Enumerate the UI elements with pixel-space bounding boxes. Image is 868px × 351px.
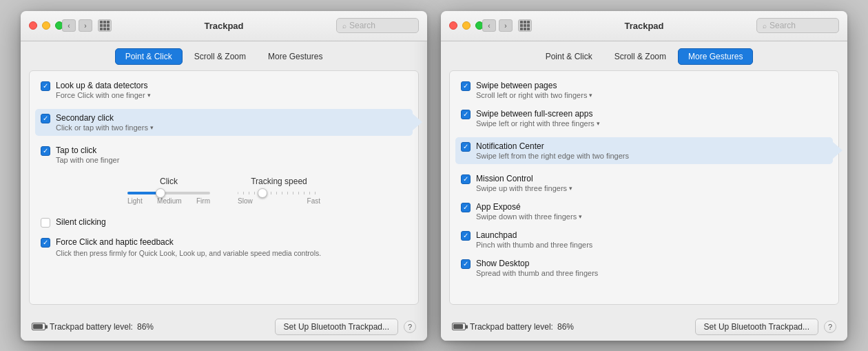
tracking-speed-thumb[interactable] — [258, 188, 267, 198]
setting-subtitle-show-desktop: Spread with thumb and three fingers — [476, 269, 827, 277]
checkbox-mission-control[interactable]: ✓ — [461, 174, 471, 184]
setting-title-show-desktop: Show Desktop — [476, 259, 827, 268]
window-title-right: Trackpad — [624, 21, 663, 31]
checkbox-tap-click[interactable]: ✓ — [41, 146, 50, 156]
window-controls-right — [449, 21, 484, 30]
titlebar-left: ‹ › Trackpad ⌕ Search — [21, 11, 427, 41]
checkbox-silent[interactable] — [41, 218, 50, 228]
setting-title-notification-center: Notification Center — [476, 141, 827, 151]
tracking-speed-labels: Slow Fast — [238, 197, 320, 205]
setting-title-silent: Silent clicking — [56, 217, 407, 227]
check-mark: ✓ — [43, 83, 48, 90]
setup-button-right[interactable]: Set Up Bluetooth Trackpad... — [695, 319, 818, 335]
tab-scroll-zoom-left[interactable]: Scroll & Zoom — [184, 48, 256, 65]
tabs-bar-left: Point & Click Scroll & Zoom More Gesture… — [21, 41, 427, 70]
window-right: ‹ › Trackpad ⌕ Search Point & Click Scro… — [441, 11, 847, 341]
back-button-left[interactable]: ‹ — [62, 19, 76, 32]
check-mark-3: ✓ — [43, 148, 48, 154]
setting-text-mission-control: Mission Control Swipe up with three fing… — [476, 174, 827, 192]
highlight-arrow-left — [413, 114, 422, 130]
battery-icon-right — [452, 323, 466, 330]
setting-row-silent: Silent clicking — [41, 217, 407, 228]
tab-more-gestures-left[interactable]: More Gestures — [258, 48, 333, 65]
tabs-bar-right: Point & Click Scroll & Zoom More Gesture… — [441, 41, 847, 70]
search-placeholder-right: Search — [769, 21, 796, 30]
checkbox-app-expose[interactable]: ✓ — [461, 203, 471, 212]
setting-subtitle-force-click: Click then press firmly for Quick Look, … — [56, 248, 407, 259]
click-slider-group: Click Light Medium Firm — [127, 177, 210, 205]
tab-more-gestures-right[interactable]: More Gestures — [678, 48, 753, 65]
window-controls-left — [29, 21, 63, 30]
setting-title-app-expose: App Exposé — [476, 202, 827, 212]
dropdown-arrow-swipe-pages: ▾ — [589, 92, 592, 99]
footer-right: Trackpad battery level: 86% Set Up Bluet… — [441, 313, 847, 341]
setting-subtitle-notification-center: Swipe left from the right edge with two … — [476, 152, 827, 160]
battery-icon-left — [32, 323, 45, 330]
search-box-right[interactable]: ⌕ Search — [756, 18, 839, 33]
checkbox-secondary-click[interactable]: ✓ — [41, 114, 50, 123]
tracking-speed-track[interactable] — [238, 192, 320, 194]
setting-subtitle-secondary-click: Click or tap with two fingers ▾ — [56, 123, 407, 132]
checkbox-notification-center[interactable]: ✓ — [461, 142, 471, 152]
close-button-right[interactable] — [449, 21, 457, 30]
tab-point-click-right[interactable]: Point & Click — [535, 48, 603, 65]
setting-title-tap-click: Tap to click — [56, 146, 407, 155]
checkbox-force-click[interactable]: ✓ — [41, 238, 50, 248]
battery-label-left: Trackpad battery level: — [50, 322, 133, 332]
close-button-left[interactable] — [29, 21, 37, 30]
click-slider-thumb[interactable] — [156, 188, 165, 198]
slider-section: Click Light Medium Firm Tracking speed — [41, 177, 407, 205]
checkbox-swipe-pages[interactable]: ✓ — [461, 81, 471, 91]
battery-info-right: Trackpad battery level: 86% — [452, 322, 574, 332]
minimize-button-left[interactable] — [42, 21, 50, 30]
back-button-right[interactable]: ‹ — [482, 19, 496, 32]
window-left: ‹ › Trackpad ⌕ Search Point & Click Scro… — [21, 11, 427, 341]
forward-button-right[interactable]: › — [499, 19, 513, 32]
setting-text-swipe-pages: Swipe between pages Scroll left or right… — [476, 81, 827, 99]
help-button-left[interactable]: ? — [404, 321, 416, 333]
setup-button-left[interactable]: Set Up Bluetooth Trackpad... — [275, 319, 398, 335]
highlight-arrow-right — [833, 142, 843, 159]
setting-title-mission-control: Mission Control — [476, 174, 827, 183]
help-button-right[interactable]: ? — [824, 321, 836, 333]
setting-title-swipe-fullscreen: Swipe between full-screen apps — [476, 109, 827, 119]
setting-text-look-up: Look up & data detectors Force Click wit… — [56, 81, 407, 99]
forward-button-left[interactable]: › — [79, 19, 92, 32]
battery-info-left: Trackpad battery level: 86% — [32, 322, 154, 332]
check-mark-4: ✓ — [43, 239, 48, 246]
checkbox-launchpad[interactable]: ✓ — [461, 231, 471, 241]
setting-title-look-up: Look up & data detectors — [56, 81, 407, 90]
setting-text-launchpad: Launchpad Pinch with thumb and three fin… — [476, 230, 827, 249]
checkbox-look-up[interactable]: ✓ — [41, 81, 50, 91]
minimize-button-right[interactable] — [462, 21, 471, 30]
nav-buttons-left: ‹ › — [62, 19, 112, 32]
grid-button-left[interactable] — [98, 19, 112, 32]
footer-right-left: Set Up Bluetooth Trackpad... ? — [275, 319, 416, 335]
window-title-left: Trackpad — [204, 21, 243, 31]
setting-subtitle-mission-control: Swipe up with three fingers ▾ — [476, 184, 827, 192]
setting-row-swipe-pages: ✓ Swipe between pages Scroll left or rig… — [461, 81, 827, 99]
battery-percent-right: 86% — [557, 322, 574, 332]
search-icon-left: ⌕ — [342, 22, 347, 30]
grid-button-right[interactable] — [518, 19, 532, 32]
dropdown-arrow-expose: ▾ — [579, 213, 582, 220]
setting-subtitle-tap-click: Tap with one finger — [56, 156, 407, 164]
checkbox-show-desktop[interactable]: ✓ — [461, 259, 471, 269]
setting-row-force-click: ✓ Force Click and haptic feedback Click … — [41, 237, 407, 259]
tab-point-click-left[interactable]: Point & Click — [115, 48, 183, 65]
click-slider-track[interactable] — [127, 192, 210, 194]
setting-text-swipe-fullscreen: Swipe between full-screen apps Swipe lef… — [476, 109, 827, 128]
search-box-left[interactable]: ⌕ Search — [336, 18, 419, 33]
setting-subtitle-launchpad: Pinch with thumb and three fingers — [476, 241, 827, 249]
setting-text-force-click: Force Click and haptic feedback Click th… — [56, 237, 407, 259]
battery-label-right: Trackpad battery level: — [470, 322, 553, 332]
setting-text-tap-click: Tap to click Tap with one finger — [56, 146, 407, 164]
nav-buttons-right: ‹ › — [482, 19, 532, 32]
check-mark-2: ✓ — [43, 115, 48, 122]
tracking-speed-slider-group: Tracking speed Slow Fast — [238, 177, 320, 205]
checkbox-swipe-fullscreen[interactable]: ✓ — [461, 110, 471, 119]
battery-percent-left: 86% — [137, 322, 154, 332]
tab-scroll-zoom-right[interactable]: Scroll & Zoom — [604, 48, 676, 65]
setting-subtitle-swipe-pages: Scroll left or right with two fingers ▾ — [476, 91, 827, 99]
dropdown-arrow-secondary: ▾ — [150, 124, 154, 131]
